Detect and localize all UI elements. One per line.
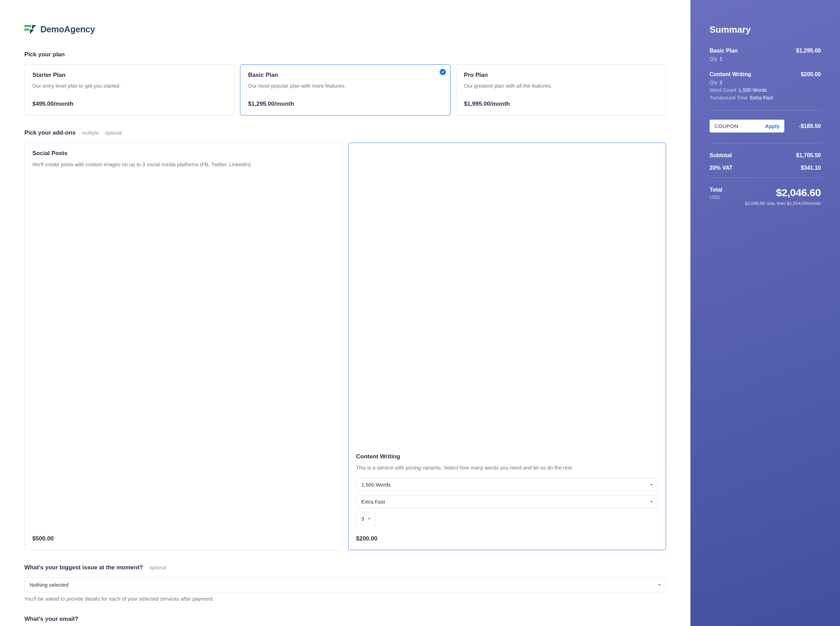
plan-title: Basic Plan bbox=[248, 72, 442, 78]
addon-title: Social Posts bbox=[32, 150, 335, 157]
total-note: $2,046.60 now, then $1,554.00/month bbox=[745, 201, 821, 206]
addon-card-social-posts[interactable]: Social Posts We'll create posts with cus… bbox=[24, 142, 343, 551]
plan-price: $495.00/month bbox=[32, 100, 227, 108]
plan-card-basic[interactable]: Basic Plan Our most popular plan with mo… bbox=[240, 64, 450, 116]
coupon-code: COUPON bbox=[715, 123, 738, 129]
addons-title: Pick your add-ons multiple optional bbox=[24, 129, 666, 136]
divider bbox=[710, 110, 821, 111]
plan-desc: Our entry level plan to get you started. bbox=[32, 82, 227, 90]
addon-desc: We'll create posts with custom images on… bbox=[32, 160, 335, 168]
addon-title: Content Writing bbox=[356, 453, 659, 460]
addons-optional-tag: optional bbox=[105, 130, 122, 136]
issue-optional-tag: optional bbox=[149, 565, 166, 570]
check-icon bbox=[356, 150, 659, 454]
plans-title: Pick your plan bbox=[24, 51, 666, 58]
plan-title: Pro Plan bbox=[464, 72, 658, 78]
quantity-select[interactable]: 3 bbox=[356, 512, 375, 526]
plan-price: $1,295.00/month bbox=[248, 100, 442, 108]
email-title: What's your email? bbox=[24, 615, 666, 623]
addons-multiple-tag: multiple bbox=[82, 130, 99, 136]
issue-select[interactable]: Nothing selected bbox=[24, 577, 666, 592]
issue-helper: You'll be asked to provide details for e… bbox=[24, 596, 666, 602]
summary-panel: Summary Basic Plan $1,295.00 Qty1 Conten… bbox=[690, 0, 840, 626]
summary-line-content-writing: Content Writing $200.00 Qty3 Word Count1… bbox=[710, 71, 821, 100]
addon-card-content-writing[interactable]: Content Writing This is a service with p… bbox=[348, 142, 666, 551]
subtotal-line: Subtotal $1,705.50 bbox=[710, 152, 821, 159]
check-icon bbox=[440, 69, 446, 75]
addon-price: $200.00 bbox=[356, 535, 659, 542]
coupon-input[interactable]: COUPON Apply bbox=[710, 120, 784, 133]
plan-card-pro[interactable]: Pro Plan Our greatest plan with all the … bbox=[456, 64, 666, 116]
plan-title: Starter Plan bbox=[32, 72, 227, 78]
coupon-discount: -$189.50 bbox=[799, 123, 821, 129]
issue-title: What's your biggest issue at the moment?… bbox=[24, 564, 666, 571]
turnaround-select[interactable]: Extra Fast bbox=[356, 495, 659, 509]
summary-title: Summary bbox=[710, 24, 821, 35]
divider bbox=[710, 143, 821, 143]
plan-card-starter[interactable]: Starter Plan Our entry level plan to get… bbox=[24, 64, 235, 116]
logo-icon bbox=[24, 25, 36, 34]
addon-desc: This is a service with pricing variants.… bbox=[356, 463, 659, 472]
plan-desc: Our most popular plan with more features… bbox=[248, 82, 442, 90]
total-amount: $2,046.60 bbox=[745, 187, 821, 199]
plan-desc: Our greatest plan with all the features. bbox=[464, 82, 658, 90]
coupon-apply-button[interactable]: Apply bbox=[765, 123, 779, 129]
word-count-select[interactable]: 1,500 Words bbox=[356, 478, 659, 491]
svg-rect-1 bbox=[24, 28, 29, 31]
brand-logo: DemoAgency bbox=[24, 24, 666, 34]
plan-price: $1,995.00/month bbox=[464, 100, 658, 108]
divider bbox=[710, 177, 821, 178]
summary-line-basic: Basic Plan $1,295.00 Qty1 bbox=[710, 48, 821, 61]
brand-name: DemoAgency bbox=[40, 24, 95, 34]
svg-rect-0 bbox=[24, 25, 31, 27]
addon-price: $500.00 bbox=[32, 535, 335, 542]
vat-line: 20% VAT $341.10 bbox=[710, 165, 821, 171]
total-block: Total USD $2,046.60 $2,046.60 now, then … bbox=[710, 187, 821, 206]
